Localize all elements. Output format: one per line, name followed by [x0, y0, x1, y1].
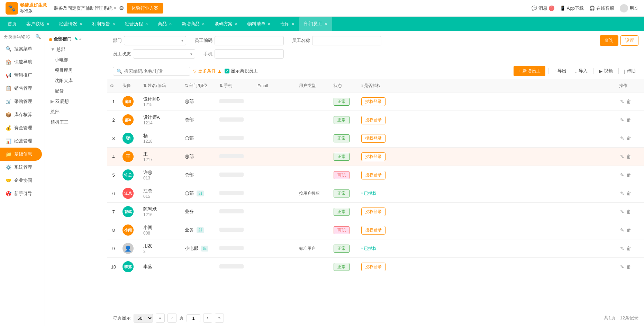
phone-input[interactable]: [215, 49, 284, 59]
tab-goods[interactable]: 商品 ✕: [153, 17, 177, 31]
dept-tree-item-planting[interactable]: 植树王三: [45, 117, 107, 127]
tab-employees[interactable]: 部门员工 ✕: [299, 17, 332, 31]
sidebar-search-input[interactable]: [4, 34, 35, 39]
auth-login-button[interactable]: 授权登录: [361, 226, 386, 235]
edit-button[interactable]: ✎: [620, 227, 624, 233]
tab-barcode[interactable]: 条码方案 ✕: [210, 17, 243, 31]
edit-button[interactable]: ✎: [620, 154, 624, 159]
edit-button[interactable]: ✎: [620, 191, 624, 196]
delete-button[interactable]: 🗑: [626, 172, 631, 178]
tab-close[interactable]: ✕: [202, 22, 205, 26]
delete-button[interactable]: 🗑: [626, 227, 631, 233]
edit-button[interactable]: ✎: [620, 135, 624, 141]
user-avatar[interactable]: 用友: [620, 4, 638, 12]
tab-close[interactable]: ✕: [79, 22, 82, 26]
sidebar-item-search[interactable]: 🔍搜索菜单: [0, 42, 45, 55]
edit-button[interactable]: ✎: [620, 209, 624, 214]
tab-close[interactable]: ✕: [324, 22, 327, 26]
sidebar-item-system[interactable]: ⚙️系统管理: [0, 161, 45, 174]
edit-button[interactable]: ✎: [620, 99, 624, 104]
delete-button[interactable]: 🗑: [626, 135, 631, 141]
tab-customer[interactable]: 客户联络 ✕: [21, 17, 54, 31]
sidebar-item-nav[interactable]: 🏠快速导航: [0, 55, 45, 69]
delete-button[interactable]: 🗑: [626, 246, 631, 251]
first-page-button[interactable]: «: [156, 314, 165, 323]
experience-button[interactable]: 体验行业方案: [127, 3, 163, 14]
last-page-button[interactable]: »: [215, 314, 224, 323]
dept-tree-item-headquarter[interactable]: ▼总部: [45, 44, 107, 55]
search-button[interactable]: 查询: [600, 35, 618, 46]
sidebar-item-purchase[interactable]: 🛒采购管理: [0, 95, 45, 108]
sidebar-item-base[interactable]: 📁基础信息: [0, 148, 42, 161]
dept-select[interactable]: [124, 36, 186, 45]
prev-page-button[interactable]: ‹: [167, 314, 176, 323]
edit-button[interactable]: ✎: [620, 117, 624, 123]
sidebar-item-finance[interactable]: 💰资金管理: [0, 121, 45, 134]
more-filter-button[interactable]: ▽ 更多条件 ▲: [193, 68, 222, 74]
auth-login-button[interactable]: 授权登录: [361, 134, 386, 143]
search-input[interactable]: [124, 69, 187, 74]
auth-login-button[interactable]: 授权登录: [361, 263, 386, 271]
sidebar-item-sales[interactable]: 📋销售管理: [0, 82, 45, 95]
tab-history[interactable]: 经营历程 ✕: [120, 17, 153, 31]
dept-edit-icon[interactable]: ✎: [74, 37, 78, 42]
tab-profit[interactable]: 利润报告 ✕: [87, 17, 120, 31]
delete-button[interactable]: 🗑: [626, 154, 631, 159]
export-button[interactable]: ↑ 导出: [551, 66, 570, 76]
col-settings[interactable]: ⚙: [107, 79, 120, 92]
delete-button[interactable]: 🗑: [626, 117, 631, 123]
next-page-button[interactable]: ›: [203, 314, 212, 323]
delete-button[interactable]: 🗑: [626, 99, 631, 104]
page-input[interactable]: [187, 314, 200, 322]
tab-close[interactable]: ✕: [46, 22, 49, 26]
show-resigned-toggle[interactable]: ✓ 显示离职员工: [225, 68, 258, 74]
edit-button[interactable]: ✎: [620, 172, 624, 178]
sidebar-item-collab[interactable]: 🤝企业协同: [0, 174, 45, 187]
message-button[interactable]: 💬 消息 5: [532, 5, 554, 11]
col-dept[interactable]: ⇅ 部门/职位: [182, 79, 217, 92]
auth-login-button[interactable]: 授权登录: [361, 116, 386, 124]
dept-tree-item-warehouse[interactable]: 项目库房: [45, 65, 107, 76]
auth-login-button[interactable]: 授权登录: [361, 171, 386, 179]
auth-login-button[interactable]: 授权登录: [361, 152, 386, 161]
delete-button[interactable]: 🗑: [626, 209, 631, 214]
status-select[interactable]: [133, 49, 195, 59]
dropdown-arrow[interactable]: ▾: [114, 6, 116, 11]
dept-collapse-icon[interactable]: «: [79, 37, 82, 42]
empname-input[interactable]: [312, 36, 381, 45]
help-button[interactable]: | 帮助: [622, 66, 638, 76]
add-employee-button[interactable]: + 新增员工: [514, 66, 545, 76]
tab-operation[interactable]: 经营情况 ✕: [54, 17, 87, 31]
tab-close[interactable]: ✕: [145, 22, 148, 26]
import-button[interactable]: ↓ 导入: [572, 66, 590, 76]
tab-warehouse[interactable]: 仓库 ✕: [275, 17, 299, 31]
video-button[interactable]: ▶ 视频: [596, 66, 616, 76]
tab-new-goods[interactable]: 新增商品 ✕: [177, 17, 210, 31]
edit-button[interactable]: ✎: [620, 264, 624, 270]
set-button[interactable]: 设置: [620, 35, 638, 46]
dept-tree-item-shenyang[interactable]: 沈阳大库: [45, 76, 107, 86]
sidebar-item-guide[interactable]: 🎯新手引导: [0, 187, 45, 200]
sidebar-item-stock[interactable]: 📦库存核算: [0, 108, 45, 121]
col-name[interactable]: ⇅ 姓名/编码: [140, 79, 182, 92]
dept-tree-item-distribution[interactable]: 配货: [45, 86, 107, 96]
tab-close[interactable]: ✕: [235, 22, 238, 26]
dept-tree-item-shuanglu[interactable]: ▶双鹿想: [45, 96, 107, 107]
edit-button[interactable]: ✎: [620, 246, 624, 251]
tab-home[interactable]: 首页: [3, 17, 21, 31]
sidebar-item-operations[interactable]: 📊经营管理: [0, 134, 45, 148]
sidebar-search-icon[interactable]: 🔍: [35, 34, 41, 39]
auth-login-button[interactable]: 授权登录: [361, 208, 386, 216]
tab-close[interactable]: ✕: [169, 22, 172, 26]
tab-close[interactable]: ✕: [267, 22, 271, 26]
tab-close[interactable]: ✕: [291, 22, 294, 26]
tab-bom[interactable]: 物料清单 ✕: [243, 17, 275, 31]
col-phone[interactable]: ⇅ 手机: [217, 79, 255, 92]
delete-button[interactable]: 🗑: [626, 264, 631, 270]
settings-icon[interactable]: ⚙: [119, 5, 124, 11]
page-size-select[interactable]: 50 20 100: [134, 314, 153, 323]
empcode-input[interactable]: [215, 36, 284, 45]
service-button[interactable]: 🎧 在线客服: [589, 5, 614, 11]
dept-tree-item-hq2[interactable]: 总部: [45, 107, 107, 117]
app-download-button[interactable]: 📱 App下载: [560, 5, 584, 11]
